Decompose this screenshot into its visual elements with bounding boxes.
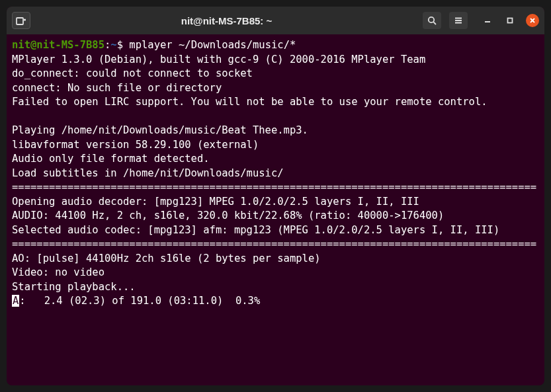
output-line: AUDIO: 44100 Hz, 2 ch, s16le, 320.0 kbit… bbox=[12, 210, 444, 221]
new-tab-button[interactable] bbox=[12, 12, 30, 29]
command-text: mplayer ~/Downloads/music/* bbox=[129, 39, 296, 51]
output-line: Video: no video bbox=[12, 266, 105, 278]
hamburger-icon bbox=[454, 16, 463, 25]
svg-rect-0 bbox=[17, 18, 23, 24]
output-line: Failed to open LIRC support. You will no… bbox=[12, 96, 487, 108]
terminal-window: nit@nit-MS-7B85: ~ bbox=[7, 7, 544, 385]
terminal-body[interactable]: nit@nit-MS-7B85:~$ mplayer ~/Downloads/m… bbox=[7, 34, 544, 385]
prompt-separator: : bbox=[105, 39, 110, 51]
titlebar-right bbox=[423, 12, 539, 29]
close-icon bbox=[529, 17, 536, 24]
svg-line-2 bbox=[433, 22, 436, 24]
tab-plus-icon bbox=[16, 16, 26, 25]
cursor: A bbox=[12, 295, 19, 307]
prompt-user-host: nit@nit-MS-7B85 bbox=[12, 39, 105, 51]
output-line: MPlayer 1.3.0 (Debian), built with gcc-9… bbox=[12, 54, 425, 65]
window-title: nit@nit-MS-7B85: ~ bbox=[34, 15, 419, 26]
minimize-button[interactable] bbox=[481, 14, 494, 27]
titlebar: nit@nit-MS-7B85: ~ bbox=[7, 7, 544, 34]
output-line: Opening audio decoder: [mpg123] MPEG 1.0… bbox=[12, 196, 419, 208]
output-line: connect: No such file or directory bbox=[12, 82, 222, 94]
search-icon bbox=[427, 16, 437, 25]
output-line: do_connect: could not connect to socket bbox=[12, 67, 253, 79]
prompt-path: ~ bbox=[110, 39, 116, 51]
maximize-button[interactable] bbox=[503, 14, 517, 27]
svg-rect-7 bbox=[508, 19, 513, 23]
output-line: Starting playback... bbox=[12, 281, 136, 293]
output-line: Audio only file format detected. bbox=[12, 153, 210, 165]
output-line: AO: [pulse] 44100Hz 2ch s16le (2 bytes p… bbox=[12, 253, 321, 264]
output-line: Load subtitles in /home/nit/Downloads/mu… bbox=[12, 167, 284, 179]
titlebar-left bbox=[12, 12, 30, 29]
search-button[interactable] bbox=[423, 12, 441, 29]
output-line: Playing /home/nit/Downloads/music/Beat T… bbox=[12, 124, 308, 136]
prompt-symbol: $ bbox=[117, 39, 130, 51]
svg-point-1 bbox=[429, 17, 434, 22]
menu-button[interactable] bbox=[449, 12, 468, 29]
output-line: ========================================… bbox=[12, 238, 536, 250]
window-controls bbox=[481, 14, 539, 27]
output-line: ========================================… bbox=[12, 181, 536, 193]
output-line: : 2.4 (02.3) of 191.0 (03:11.0) 0.3% bbox=[19, 295, 260, 307]
close-button[interactable] bbox=[526, 14, 539, 27]
output-line: Selected audio codec: [mpg123] afm: mpg1… bbox=[12, 224, 499, 236]
output-line: libavformat version 58.29.100 (external) bbox=[12, 139, 259, 151]
minimize-icon bbox=[484, 17, 491, 24]
maximize-icon bbox=[507, 17, 513, 24]
